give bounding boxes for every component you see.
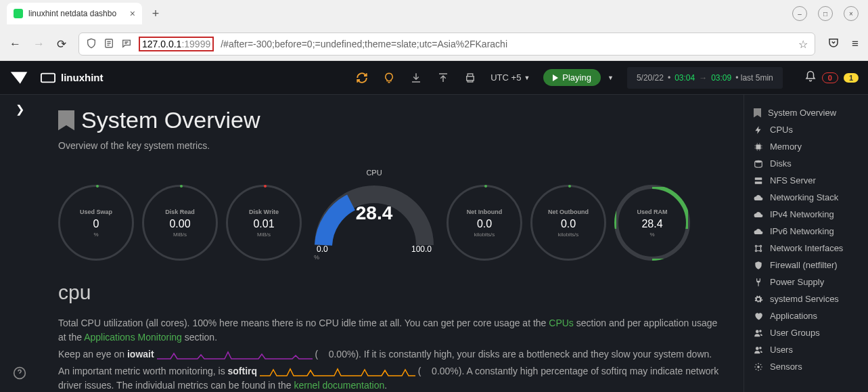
rnav-label: Network Interfaces [770, 243, 843, 253]
gauge-disk-write[interactable]: Disk Write 0.01 MiB/s [226, 185, 302, 261]
alert-badge-critical[interactable]: 0 [822, 72, 838, 83]
rnav-item-ipv4-networking[interactable]: IPv4 Networking [744, 206, 868, 223]
chat-icon[interactable] [121, 38, 132, 51]
gauge-unit: % [93, 232, 98, 238]
sidebar-expand-icon[interactable]: ❯ [16, 103, 24, 116]
netdata-logo [9, 70, 28, 86]
play-button[interactable]: Playing [543, 69, 601, 86]
link-cpus[interactable]: CPUs [549, 318, 574, 328]
tab-title: linuxhint netdata dashbo [28, 9, 116, 18]
rnav-item-networking-stack[interactable]: Networking Stack [744, 189, 868, 206]
rnav-item-nfs-server[interactable]: NFS Server [744, 172, 868, 189]
gauge-title: Net Inbound [467, 209, 503, 215]
gauge-title: Disk Write [249, 209, 279, 215]
svg-point-8 [755, 245, 756, 246]
gauge-net-inbound[interactable]: Net Inbound 0.0 kilobits/s [447, 185, 522, 261]
link-applications-monitoring[interactable]: Applications Monitoring [84, 332, 182, 343]
gauge-cpu[interactable]: CPU 28.4 0.0 100.0 % [310, 169, 438, 261]
svg-point-12 [756, 330, 759, 333]
menu-icon[interactable]: ≡ [852, 37, 859, 51]
url-port: :19999 [181, 39, 210, 49]
refresh-icon[interactable] [355, 71, 369, 85]
pocket-icon[interactable] [827, 37, 840, 52]
gauge-used-ram[interactable]: Used RAM 28.4 % [614, 185, 690, 261]
gauge-value: 28.4 [313, 202, 435, 224]
gauge-value: 0.00 [169, 218, 190, 230]
rnav-item-system-overview[interactable]: System Overview [744, 104, 868, 121]
gauge-unit: % [314, 254, 319, 261]
rnav-label: Disks [770, 158, 792, 169]
nav-reload-button[interactable]: ⟳ [57, 37, 66, 51]
rnav-item-sensors[interactable]: Sensors [744, 358, 868, 375]
play-label: Playing [562, 72, 591, 83]
tab-close-icon[interactable]: × [130, 8, 135, 19]
rnav-item-ipv6-networking[interactable]: IPv6 Networking [744, 223, 868, 240]
gauge-disk-read[interactable]: Disk Read 0.00 MiB/s [142, 185, 218, 261]
rnav-item-systemd-services[interactable]: systemd Services [744, 290, 868, 307]
rnav-item-memory[interactable]: Memory [744, 138, 868, 155]
host-name: linuxhint [61, 72, 104, 83]
bookmark-star-icon[interactable]: ☆ [798, 38, 808, 51]
rnav-item-cpus[interactable]: CPUs [744, 121, 868, 138]
time-range-bar[interactable]: 5/20/22 • 03:04 → 03:09 • last 5min [627, 67, 783, 89]
reader-icon[interactable] [104, 38, 114, 51]
upload-icon[interactable] [436, 71, 450, 85]
svg-point-13 [759, 330, 762, 332]
rnav-label: Memory [770, 141, 802, 152]
time-range: • last 5min [735, 73, 773, 83]
window-close-button[interactable]: × [844, 6, 859, 21]
time-date: 5/20/22 [637, 73, 664, 83]
gauge-unit: % [649, 232, 654, 238]
rnav-label: User Groups [770, 328, 820, 338]
help-icon[interactable] [13, 366, 26, 383]
svg-rect-6 [755, 177, 762, 180]
browser-tab[interactable]: linuxhint netdata dashbo × [7, 3, 142, 24]
gauge-net-outbound[interactable]: Net Outbound 0.0 kilobits/s [530, 185, 606, 261]
utc-label: UTC +5 [490, 72, 521, 83]
cpu-description-3: An important metric worth monitoring, is… [58, 364, 725, 392]
section-heading-cpu: cpu [58, 281, 725, 304]
rnav-label: Users [770, 345, 793, 355]
nav-forward-button[interactable]: → [33, 37, 45, 51]
rnav-label: Firewall (netfilter) [770, 260, 838, 270]
gauge-title: Disk Read [165, 209, 195, 215]
svg-point-10 [755, 250, 756, 251]
rnav-item-power-supply[interactable]: Power Supply [744, 274, 868, 290]
gauge-value: 0.01 [253, 218, 274, 230]
svg-rect-7 [755, 181, 762, 184]
svg-point-15 [759, 347, 762, 349]
rnav-item-network-interfaces[interactable]: Network Interfaces [744, 240, 868, 257]
rnav-item-disks[interactable]: Disks [744, 155, 868, 172]
rnav-item-user-groups[interactable]: User Groups [744, 324, 868, 341]
bulb-icon[interactable] [382, 71, 396, 85]
rnav-item-firewall-netfilter-[interactable]: Firewall (netfilter) [744, 257, 868, 274]
print-icon[interactable] [463, 71, 477, 85]
gauge-unit: kilobits/s [558, 232, 579, 238]
play-icon [553, 74, 558, 81]
download-icon[interactable] [409, 71, 423, 85]
url-path: /#after=-300;before=0;=undefined;theme=s… [221, 39, 507, 49]
bell-icon[interactable] [804, 70, 817, 85]
nav-back-button[interactable]: ← [9, 37, 21, 51]
url-ip: 127.0.0.1 [142, 39, 181, 49]
gauge-used-swap[interactable]: Used Swap 0 % [58, 185, 134, 261]
time-to: 03:09 [711, 73, 731, 83]
gauge-value: 0.0 [561, 218, 576, 230]
host-selector[interactable]: linuxhint [41, 72, 104, 83]
gauge-title: Net Outbound [548, 209, 589, 215]
gauge-unit: MiB/s [173, 232, 187, 238]
link-kernel-documentation[interactable]: kernel documentation [294, 380, 384, 391]
window-maximize-button[interactable]: □ [818, 6, 833, 21]
softirq-sparkline [260, 367, 415, 376]
rnav-item-users[interactable]: Users [744, 341, 868, 358]
gauge-title: Used Swap [80, 209, 112, 215]
play-dropdown[interactable]: ▼ [608, 74, 614, 81]
rnav-item-applications[interactable]: Applications [744, 307, 868, 324]
window-minimize-button[interactable]: – [792, 6, 807, 21]
new-tab-button[interactable]: + [146, 4, 165, 23]
url-bar[interactable]: 127.0.0.1:19999 /#after=-300;before=0;=u… [78, 32, 815, 56]
page-subtitle: Overview of the key system metrics. [58, 140, 725, 151]
timezone-selector[interactable]: UTC +5 ▼ [490, 72, 530, 83]
rnav-label: System Overview [768, 108, 836, 118]
alert-badge-warning[interactable]: 1 [844, 73, 859, 83]
